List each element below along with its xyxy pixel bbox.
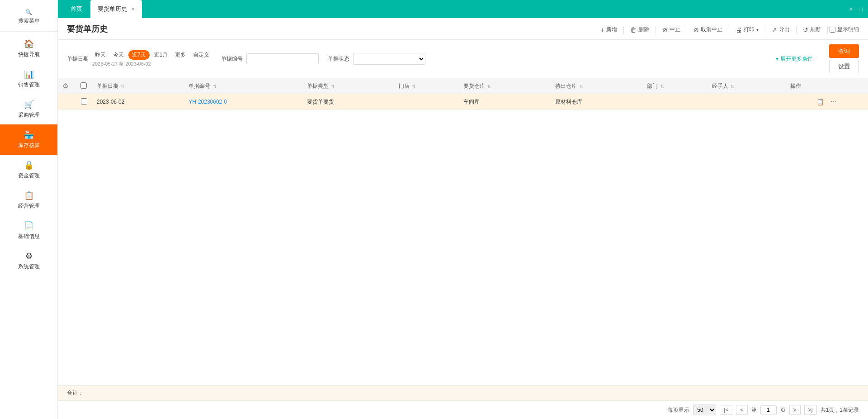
sort-icon-doc-date[interactable]: ⇅ bbox=[121, 84, 124, 89]
col-checkbox bbox=[76, 78, 92, 94]
table-body: 2023-06-02 YH-20230602-0 要货单要货 车间库 原材料仓库 bbox=[58, 94, 868, 110]
pagination-next-btn[interactable]: > bbox=[789, 405, 801, 415]
page-input[interactable] bbox=[760, 405, 777, 414]
col-doc-date: 单据日期 ⇅ bbox=[92, 78, 184, 94]
sidebar-item-label: 系统管理 bbox=[18, 263, 40, 271]
refresh-icon: ↺ bbox=[803, 26, 808, 33]
table-settings-icon[interactable]: ⚙ bbox=[62, 82, 68, 90]
date-btn-more[interactable]: 更多 bbox=[172, 50, 189, 60]
sort-icon-pending-warehouse[interactable]: ⇅ bbox=[580, 84, 583, 89]
filter-docnum-label: 单据编号 bbox=[221, 55, 243, 63]
refresh-button[interactable]: ↺ 刷新 bbox=[798, 24, 826, 36]
toolbar-separator-5 bbox=[765, 26, 765, 33]
cell-doc-number: YH-20230602-0 bbox=[184, 94, 302, 110]
sort-icon-req-warehouse[interactable]: ⇅ bbox=[487, 84, 491, 89]
stop-button[interactable]: ⊘ 中止 bbox=[658, 24, 685, 36]
filter-area: 单据日期 昨天 今天 近7天 近1月 更多 自定义 2023-05-27 至 2… bbox=[58, 40, 868, 78]
sidebar-search[interactable]: 🔍 搜索菜单 bbox=[0, 5, 57, 32]
page-size-select[interactable]: 50 20 100 bbox=[693, 405, 716, 415]
filter-date-item: 单据日期 昨天 今天 近7天 近1月 更多 自定义 2023-05-27 至 2… bbox=[67, 50, 212, 67]
sidebar-item-label: 快捷导航 bbox=[18, 51, 40, 58]
col-settings: ⚙ bbox=[58, 78, 76, 94]
sidebar-item-basic-info[interactable]: 📄 基础信息 bbox=[0, 215, 57, 246]
toolbar-separator-4 bbox=[729, 26, 729, 33]
expand-filter-btn[interactable]: ▾ 展开更多条件 bbox=[776, 55, 813, 63]
cell-actions: 📋 ⋯ bbox=[786, 94, 868, 110]
main-area: 首页 要货单历史 × × □ 要货单历史 + bbox=[58, 0, 868, 419]
toolbar-separator-6 bbox=[796, 26, 797, 33]
stop-icon: ⊘ bbox=[662, 26, 668, 33]
topbar: 首页 要货单历史 × × □ bbox=[58, 0, 868, 18]
export-button[interactable]: ↗ 导出 bbox=[767, 24, 794, 36]
cancel-stop-button[interactable]: ⊘ 取消中止 bbox=[689, 24, 727, 36]
col-doc-number: 单据编号 ⇅ bbox=[184, 78, 302, 94]
purchase-icon: 🛒 bbox=[24, 100, 34, 110]
sidebar-item-ops-mgmt[interactable]: 📋 经营管理 bbox=[0, 185, 57, 215]
col-department: 部门 ⇅ bbox=[642, 78, 707, 94]
sales-icon: 📊 bbox=[24, 69, 34, 79]
cell-req-warehouse: 车间库 bbox=[459, 94, 551, 110]
topbar-right-actions: × □ bbox=[849, 6, 863, 13]
date-btn-last1month[interactable]: 近1月 bbox=[151, 50, 171, 60]
date-btn-last7days[interactable]: 近7天 bbox=[128, 50, 150, 60]
sidebar-item-sys-mgmt[interactable]: ⚙ 系统管理 bbox=[0, 246, 57, 276]
row-checkbox[interactable] bbox=[81, 98, 87, 105]
settings-button[interactable]: 设置 bbox=[829, 60, 859, 73]
filter-date-range: 2023-05-27 至 2023-06-02 bbox=[92, 61, 212, 67]
filter-date-label: 单据日期 bbox=[67, 55, 89, 63]
delete-button[interactable]: 🗑 删除 bbox=[626, 24, 654, 36]
sidebar-item-purchase-mgmt[interactable]: 🛒 采购管理 bbox=[0, 94, 57, 124]
table-footer: 合计： bbox=[58, 385, 868, 400]
sidebar-item-quick-nav[interactable]: 🏠 快捷导航 bbox=[0, 33, 57, 64]
date-btn-today[interactable]: 今天 bbox=[110, 50, 127, 60]
sort-icon-store[interactable]: ⇅ bbox=[412, 84, 415, 89]
pagination-last-btn[interactable]: >| bbox=[804, 405, 817, 415]
sidebar-item-label: 库存核算 bbox=[18, 142, 40, 149]
sort-icon-doc-type[interactable]: ⇅ bbox=[331, 84, 335, 89]
home-icon: 🏠 bbox=[24, 39, 34, 49]
filter-docnum-input[interactable] bbox=[246, 53, 319, 64]
date-btn-yesterday[interactable]: 昨天 bbox=[92, 50, 108, 60]
pagination-prev-btn[interactable]: < bbox=[736, 405, 747, 415]
basic-icon: 📄 bbox=[24, 221, 34, 231]
filter-status-label: 单据状态 bbox=[328, 55, 349, 63]
tab-home-label: 首页 bbox=[71, 5, 82, 13]
row-more-btn[interactable]: ⋯ bbox=[829, 97, 839, 106]
pagination-first-btn[interactable]: |< bbox=[720, 405, 732, 415]
filter-status-item: 单据状态 bbox=[328, 53, 425, 65]
search-icon: 🔍 bbox=[25, 9, 32, 15]
doc-number-link[interactable]: YH-20230602-0 bbox=[189, 99, 227, 105]
date-btn-custom[interactable]: 自定义 bbox=[190, 50, 212, 60]
tab-close-icon[interactable]: × bbox=[132, 6, 135, 12]
page-title: 要货单历史 bbox=[67, 24, 108, 34]
export-icon: ↗ bbox=[772, 26, 777, 33]
sidebar-item-finance-mgmt[interactable]: 🔒 资金管理 bbox=[0, 155, 57, 185]
col-actions: 操作 bbox=[786, 78, 868, 94]
ops-icon: 📋 bbox=[24, 190, 34, 200]
sidebar-item-inventory[interactable]: 🏪 库存核算 bbox=[0, 124, 57, 155]
select-all-checkbox[interactable] bbox=[80, 82, 87, 89]
show-detail-label[interactable]: 显示明细 bbox=[830, 26, 859, 33]
sort-icon-doc-number[interactable]: ⇅ bbox=[213, 84, 217, 89]
query-button[interactable]: 查询 bbox=[829, 44, 859, 58]
cell-doc-type: 要货单要货 bbox=[302, 94, 394, 110]
add-button[interactable]: + 新增 bbox=[596, 24, 622, 36]
col-doc-type: 单据类型 ⇅ bbox=[302, 78, 394, 94]
print-button[interactable]: 🖨 打印 ▾ bbox=[731, 24, 763, 36]
sidebar-item-sales-mgmt[interactable]: 📊 销售管理 bbox=[0, 64, 57, 94]
sidebar-search-label: 搜索菜单 bbox=[18, 17, 40, 25]
delete-icon: 🗑 bbox=[630, 26, 637, 33]
col-pending-warehouse: 待出仓库 ⇅ bbox=[551, 78, 642, 94]
sort-icon-department[interactable]: ⇅ bbox=[660, 84, 664, 89]
tab-requisition-history[interactable]: 要货单历史 × bbox=[90, 0, 142, 18]
show-detail-checkbox[interactable] bbox=[830, 27, 835, 33]
window-close-btn[interactable]: × bbox=[849, 6, 853, 13]
filter-date-col: 昨天 今天 近7天 近1月 更多 自定义 2023-05-27 至 2023-0… bbox=[92, 50, 212, 67]
row-edit-btn[interactable]: 📋 bbox=[815, 97, 826, 106]
tab-home[interactable]: 首页 bbox=[63, 0, 90, 18]
sort-icon-handler[interactable]: ⇅ bbox=[731, 84, 734, 89]
per-page-label: 每页显示 bbox=[668, 406, 689, 414]
window-maximize-btn[interactable]: □ bbox=[859, 6, 863, 13]
cell-department bbox=[642, 94, 707, 110]
filter-status-select[interactable] bbox=[353, 53, 425, 65]
